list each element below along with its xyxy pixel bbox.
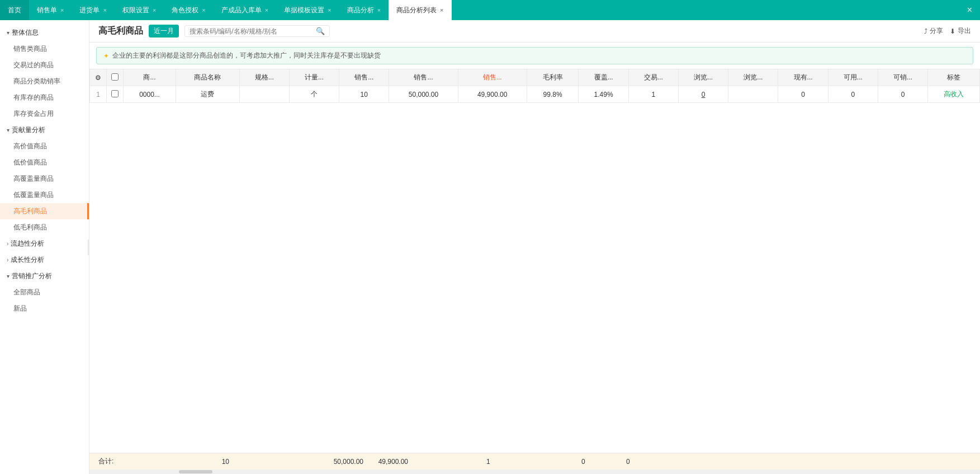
col-view1-header[interactable]: 浏览... bbox=[678, 69, 728, 86]
col-coverage-header[interactable]: 覆盖... bbox=[579, 69, 628, 86]
arrow-icon-2: ▾ bbox=[7, 127, 10, 133]
col-name-header[interactable]: 商品名称 bbox=[176, 69, 239, 86]
sidebar: « ▾ 整体信息 销售类商品 交易过的商品 商品分类助销率 有库存的商品 库存资… bbox=[0, 20, 89, 474]
content-header: 高毛利商品 近一月 🔍 ⤴ 分享 ⬇ 导出 bbox=[89, 20, 980, 43]
footer-values: 10 50,000.00 49,900.00 1 0 0 bbox=[125, 458, 971, 466]
col-trade-header[interactable]: 交易... bbox=[628, 69, 678, 86]
sidebar-group-marketing[interactable]: ▾ 营销推广分析 bbox=[0, 268, 89, 284]
col-tag-header[interactable]: 标签 bbox=[928, 69, 980, 86]
header-actions: ⤴ 分享 ⬇ 导出 bbox=[924, 26, 971, 36]
search-box: 🔍 bbox=[184, 25, 330, 37]
product-table: ⚙ 商... 商品名称 规格... 计量... bbox=[89, 69, 980, 103]
sidebar-item-category-rate[interactable]: 商品分类助销率 bbox=[0, 73, 89, 90]
row-current-stock: 0 bbox=[778, 86, 828, 103]
row-code: 0000... bbox=[124, 86, 176, 103]
footer-available-stock: 0 bbox=[605, 458, 650, 466]
footer-sales-cost: 49,900.00 bbox=[371, 458, 415, 466]
horizontal-scrollbar[interactable] bbox=[89, 470, 980, 474]
window-close-button[interactable]: × bbox=[959, 5, 980, 15]
col-spec-header[interactable]: 规格... bbox=[239, 69, 289, 86]
close-purchase-order[interactable]: × bbox=[103, 7, 106, 13]
export-button[interactable]: ⬇ 导出 bbox=[950, 26, 971, 36]
row-saleable-stock: 0 bbox=[878, 86, 927, 103]
scrollbar-thumb[interactable] bbox=[179, 470, 212, 473]
footer-sales-amount: 50,000.00 bbox=[326, 458, 371, 466]
close-product-inbound[interactable]: × bbox=[265, 7, 268, 13]
sidebar-item-sales-products[interactable]: 销售类商品 bbox=[0, 41, 89, 57]
search-icon[interactable]: 🔍 bbox=[316, 27, 325, 35]
close-product-analysis[interactable]: × bbox=[377, 7, 381, 13]
nav-permission-settings[interactable]: 权限设置 × bbox=[115, 0, 164, 20]
select-all-checkbox[interactable] bbox=[111, 73, 119, 81]
sidebar-item-high-coverage[interactable]: 高覆盖量商品 bbox=[0, 171, 89, 187]
row-unit: 个 bbox=[289, 86, 339, 103]
footer-trade: 1 bbox=[415, 458, 561, 466]
arrow-icon-4: › bbox=[7, 257, 8, 263]
sidebar-item-new-products[interactable]: 新品 bbox=[0, 301, 89, 317]
nav-product-analysis[interactable]: 商品分析 × bbox=[339, 0, 389, 20]
close-template-settings[interactable]: × bbox=[328, 7, 331, 13]
col-code-header[interactable]: 商... bbox=[124, 69, 176, 86]
col-checkbox[interactable] bbox=[107, 69, 124, 86]
col-gross-margin-header[interactable]: 毛利率 bbox=[527, 69, 579, 86]
row-checkbox[interactable] bbox=[107, 86, 124, 103]
nav-role-auth[interactable]: 角色授权 × bbox=[164, 0, 213, 20]
table-row: 1 0000... 运费 bbox=[90, 86, 980, 103]
table-header-row: ⚙ 商... 商品名称 规格... 计量... bbox=[90, 69, 980, 86]
col-sales-cost-header[interactable]: 销售... bbox=[458, 69, 527, 86]
row-sales-amount: 50,000.00 bbox=[389, 86, 458, 103]
row-num: 1 bbox=[90, 86, 107, 103]
share-button[interactable]: ⤴ 分享 bbox=[924, 26, 943, 36]
sidebar-group-contribution[interactable]: ▾ 贡献量分析 bbox=[0, 122, 89, 138]
sidebar-item-low-value[interactable]: 低价值商品 bbox=[0, 154, 89, 171]
sidebar-item-low-coverage[interactable]: 低覆盖量商品 bbox=[0, 187, 89, 203]
col-sales-qty-header[interactable]: 销售... bbox=[339, 69, 389, 86]
sidebar-group-overall[interactable]: ▾ 整体信息 bbox=[0, 25, 89, 41]
col-available-stock-header[interactable]: 可用... bbox=[828, 69, 878, 86]
sidebar-item-low-margin[interactable]: 低毛利商品 bbox=[0, 219, 89, 236]
row-tag: 高收入 bbox=[928, 86, 980, 103]
col-settings[interactable]: ⚙ bbox=[90, 69, 107, 86]
row-view1[interactable]: 0 bbox=[678, 86, 728, 103]
sidebar-item-traded-products[interactable]: 交易过的商品 bbox=[0, 57, 89, 73]
col-sales-amount-header[interactable]: 销售... bbox=[389, 69, 458, 86]
sidebar-item-high-margin[interactable]: 高毛利商品 bbox=[0, 203, 89, 219]
content-area: 高毛利商品 近一月 🔍 ⤴ 分享 ⬇ 导出 ✦ 企业的主要的利润都是这部分商品创… bbox=[89, 20, 980, 474]
search-input[interactable] bbox=[190, 27, 316, 35]
col-saleable-stock-header[interactable]: 可销... bbox=[878, 69, 927, 86]
sidebar-item-in-stock-products[interactable]: 有库存的商品 bbox=[0, 90, 89, 106]
top-navigation: 首页 销售单 × 进货单 × 权限设置 × 角色授权 × 产成品入库单 × 单据… bbox=[0, 0, 980, 20]
arrow-icon-3: › bbox=[7, 241, 8, 247]
row-trade: 1 bbox=[628, 86, 678, 103]
nav-product-inbound[interactable]: 产成品入库单 × bbox=[214, 0, 276, 20]
row-coverage: 1.49% bbox=[579, 86, 628, 103]
close-product-analysis-list[interactable]: × bbox=[440, 7, 443, 13]
col-current-stock-header[interactable]: 现有... bbox=[778, 69, 828, 86]
nav-home[interactable]: 首页 bbox=[0, 0, 29, 20]
period-button[interactable]: 近一月 bbox=[149, 25, 179, 37]
sidebar-item-high-value[interactable]: 高价值商品 bbox=[0, 138, 89, 154]
sidebar-item-inventory-capital[interactable]: 库存资金占用 bbox=[0, 106, 89, 122]
sidebar-group-trend[interactable]: › 流趋性分析 bbox=[0, 236, 89, 252]
row-spec bbox=[239, 86, 289, 103]
nav-product-analysis-list[interactable]: 商品分析列表 × bbox=[389, 0, 451, 20]
footer-current-stock: 0 bbox=[561, 458, 605, 466]
arrow-icon: ▾ bbox=[7, 30, 10, 36]
col-unit-header[interactable]: 计量... bbox=[289, 69, 339, 86]
nav-template-settings[interactable]: 单据模板设置 × bbox=[276, 0, 339, 20]
col-view2-header[interactable]: 浏览... bbox=[728, 69, 778, 86]
close-sales-order[interactable]: × bbox=[60, 7, 64, 13]
table-container: ⚙ 商... 商品名称 规格... 计量... bbox=[89, 69, 980, 453]
sidebar-group-growth[interactable]: › 成长性分析 bbox=[0, 252, 89, 268]
nav-purchase-order[interactable]: 进货单 × bbox=[72, 0, 114, 20]
row-sales-cost: 49,900.00 bbox=[458, 86, 527, 103]
row-select-checkbox[interactable] bbox=[111, 90, 119, 97]
share-icon: ⤴ bbox=[924, 27, 927, 35]
close-role-auth[interactable]: × bbox=[202, 7, 205, 13]
info-icon: ✦ bbox=[103, 52, 109, 60]
sidebar-item-all-products[interactable]: 全部商品 bbox=[0, 284, 89, 301]
close-permission-settings[interactable]: × bbox=[153, 7, 156, 13]
footer-totals: 合计: 10 50,000.00 49,900.00 1 0 0 bbox=[89, 453, 980, 470]
nav-sales-order[interactable]: 销售单 × bbox=[29, 0, 72, 20]
footer-sales-qty: 10 bbox=[125, 458, 326, 466]
